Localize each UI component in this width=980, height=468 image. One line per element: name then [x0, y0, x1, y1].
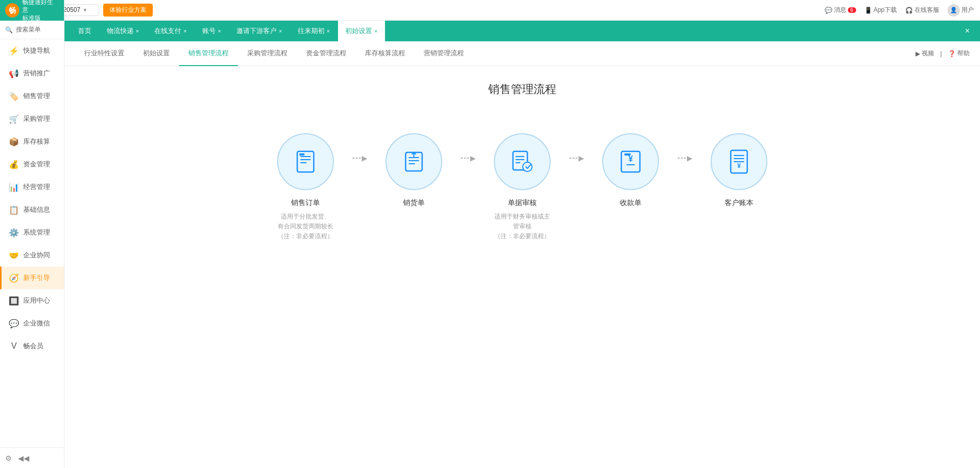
sub-tab-营销管理流程[interactable]: 营销管理流程	[414, 41, 473, 66]
username-label: 用户	[961, 6, 974, 14]
sidebar-label-finance: 资金管理	[23, 160, 50, 169]
sidebar-label-purchase: 采购管理	[23, 114, 50, 123]
nav-tab-账号[interactable]: 账号×	[195, 21, 228, 41]
sidebar-item-operations[interactable]: 📊 经营管理	[0, 176, 64, 198]
video-label: 视频	[922, 49, 934, 58]
sidebar-label-marketing: 营销推广	[23, 69, 50, 78]
sidebar-label-sales: 销售管理	[23, 91, 50, 101]
svg-text:¥: ¥	[737, 162, 741, 169]
message-item[interactable]: 💬 消息 6	[825, 6, 856, 14]
flow-label-sales-order: 销售订单	[291, 198, 320, 208]
nav-tab-close[interactable]: ×	[327, 28, 330, 34]
main-content: 行业特性设置初始设置销售管理流程采购管理流程资金管理流程库存核算流程营销管理流程…	[65, 41, 980, 468]
flow-circle-audit	[494, 133, 551, 190]
nav-tab-close[interactable]: ×	[183, 28, 186, 34]
logo-text: 畅捷通好生意 标准版	[22, 0, 59, 22]
nav-tab-初始设置[interactable]: 初始设置×	[338, 21, 384, 41]
sidebar-item-guide[interactable]: 🧭 新手引导	[0, 267, 64, 289]
header-right: 💬 消息 6 📱 App下载 🎧 在线客服 👤 用户	[825, 4, 974, 17]
sidebar-item-quick-nav[interactable]: ⚡ 快捷导航	[0, 39, 64, 62]
flow-label-account: 客户账本	[725, 198, 753, 208]
sidebar-item-purchase[interactable]: 🛒 采购管理	[0, 107, 64, 130]
nav-tab-label: 账号	[202, 26, 216, 36]
sidebar-label-inventory: 库存核算	[23, 137, 50, 146]
message-badge: 6	[848, 7, 856, 13]
nav-tab-close[interactable]: ×	[218, 28, 221, 34]
flow-arrow-1: ▶	[455, 133, 481, 162]
collapse-icon[interactable]: ◀◀	[18, 454, 29, 462]
nav-tab-close[interactable]: ×	[136, 28, 139, 34]
nav-tab-往来期初[interactable]: 往来期初×	[291, 21, 337, 41]
sidebar-item-marketing[interactable]: 📢 营销推广	[0, 62, 64, 85]
sidebar-icon-purchase: 🛒	[9, 114, 19, 124]
video-help[interactable]: ▶ 视频	[915, 49, 934, 58]
nav-tab-物流快递[interactable]: 物流快递×	[100, 21, 146, 41]
flow-desc-sales-order: 适用于分批发货、有合同发货周期较长（注：非必要流程）	[278, 212, 333, 242]
message-label: 消息	[834, 6, 846, 14]
app-download-item[interactable]: 📱 App下载	[864, 6, 897, 14]
flow-desc-audit: 适用于财务审核或主管审核（注：非必要流程）	[494, 212, 550, 242]
nav-tab-close[interactable]: ×	[279, 28, 282, 34]
nav-tab-label: 物流快递	[107, 26, 134, 36]
sub-tab-采购管理流程[interactable]: 采购管理流程	[238, 41, 297, 66]
settings-icon[interactable]: ⚙	[5, 454, 12, 462]
online-service-item[interactable]: 🎧 在线客服	[905, 6, 939, 14]
sub-tab-库存核算流程[interactable]: 库存核算流程	[356, 41, 414, 66]
arrow-dots: ▶	[352, 154, 367, 162]
sidebar-label-system: 系统管理	[23, 228, 50, 237]
trial-button[interactable]: 体验行业方案	[103, 4, 153, 17]
help-icon: ❓	[948, 50, 956, 57]
top-header: 用户690企业1660120507 ▼ 体验行业方案 💬 消息 6 📱 App下…	[0, 0, 980, 21]
flow-item-account[interactable]: ¥ 客户账本	[698, 133, 780, 212]
search-label: 搜索菜单	[16, 25, 41, 34]
nav-tab-在线支付[interactable]: 在线支付×	[147, 21, 194, 41]
sidebar-item-finance[interactable]: 💰 资金管理	[0, 153, 64, 176]
help-item[interactable]: ❓ 帮助	[948, 49, 970, 58]
arrow-dots: ▶	[461, 154, 476, 162]
play-icon: ▶	[915, 50, 920, 57]
sub-tab-资金管理流程[interactable]: 资金管理流程	[297, 41, 356, 66]
svg-point-16	[523, 162, 532, 171]
sidebar-label-quick-nav: 快捷导航	[23, 46, 50, 55]
nav-tab-label: 邀请下游客户	[236, 26, 277, 36]
sub-tab-初始设置[interactable]: 初始设置	[134, 41, 179, 66]
user-profile[interactable]: 👤 用户	[947, 4, 974, 17]
nav-tab-首页[interactable]: 首页	[71, 21, 99, 41]
download-icon: 📱	[864, 7, 872, 14]
sidebar-search[interactable]: 🔍 搜索菜单	[0, 21, 64, 39]
sidebar-item-wechat[interactable]: 💬 企业微信	[0, 312, 64, 335]
flow-item-audit[interactable]: 单据审核 适用于财务审核或主管审核（注：非必要流程）	[481, 133, 564, 242]
sidebar-item-sales[interactable]: 🏷️ 销售管理	[0, 85, 64, 107]
arrow-tip: ▶	[579, 154, 584, 162]
sidebar: 畅 畅捷通好生意 标准版 🔍 搜索菜单 ⚡ 快捷导航📢 营销推广🏷️ 销售管理🛒…	[0, 0, 65, 468]
sidebar-icon-quick-nav: ⚡	[9, 46, 19, 56]
nav-tab-close[interactable]: ×	[374, 28, 377, 34]
sidebar-item-vip[interactable]: V 畅会员	[0, 335, 64, 357]
flow-label-delivery: 销货单	[403, 198, 425, 208]
sidebar-item-basic-info[interactable]: 📋 基础信息	[0, 198, 64, 221]
sidebar-item-enterprise[interactable]: 🤝 企业协同	[0, 244, 64, 267]
nav-tab-label: 往来期初	[298, 26, 325, 36]
flow-item-sales-order[interactable]: 销售订单 适用于分批发货、有合同发货周期较长（注：非必要流程）	[264, 133, 347, 242]
sub-tab-行业特性设置[interactable]: 行业特性设置	[75, 41, 134, 66]
svg-text:畅: 畅	[9, 7, 16, 14]
sidebar-item-app-center[interactable]: 🔲 应用中心	[0, 289, 64, 312]
svg-rect-6	[299, 153, 304, 155]
sidebar-icon-app-center: 🔲	[9, 296, 19, 306]
sidebar-logo[interactable]: 畅 畅捷通好生意 标准版	[0, 0, 64, 21]
flow-item-delivery[interactable]: 销货单	[373, 133, 455, 212]
sidebar-item-inventory[interactable]: 📦 库存核算	[0, 130, 64, 153]
flow-container: 销售订单 适用于分批发货、有合同发货周期较长（注：非必要流程） ▶ 销货单 ▶	[75, 123, 970, 252]
sidebar-icon-finance: 💰	[9, 160, 19, 169]
sub-tab-销售管理流程[interactable]: 销售管理流程	[179, 41, 238, 66]
nav-tab-邀请下游客户[interactable]: 邀请下游客户×	[229, 21, 289, 41]
arrow-tip: ▶	[362, 154, 367, 162]
flow-item-receipt[interactable]: ¥ 收款单	[589, 133, 672, 212]
sidebar-item-system[interactable]: ⚙️ 系统管理	[0, 221, 64, 244]
global-close-button[interactable]: ×	[961, 26, 974, 36]
sidebar-icon-guide: 🧭	[9, 273, 19, 283]
svg-rect-22	[624, 153, 631, 155]
svg-text:¥: ¥	[629, 154, 633, 163]
online-service-label: 在线客服	[914, 6, 939, 14]
sidebar-icon-operations: 📊	[9, 182, 19, 192]
